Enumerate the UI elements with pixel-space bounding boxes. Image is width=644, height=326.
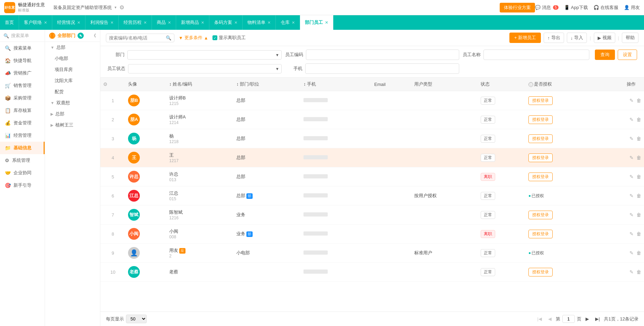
close-tab-icon[interactable]: ✕ (267, 20, 271, 25)
import-button[interactable]: ↓ 导入 (567, 33, 587, 43)
more-filter-button[interactable]: ▼ 更多条件 ▲ (179, 35, 208, 41)
auth-login-button[interactable]: 授权登录 (528, 230, 553, 238)
dept-item[interactable]: ▶植树王三 (45, 120, 100, 131)
dropdown-arrow-icon[interactable]: ▾ (115, 5, 117, 10)
nav-tab-条码方案[interactable]: 条码方案✕ (209, 15, 243, 30)
sidebar-item-enterprise[interactable]: 🤝企业协同 (0, 167, 45, 179)
col-gear[interactable]: ⚙ (100, 78, 125, 91)
empcode-input[interactable] (306, 50, 460, 60)
edit-icon[interactable]: ✎ (629, 155, 634, 160)
close-tab-icon[interactable]: ✕ (44, 20, 47, 25)
sidebar-item-search-menu[interactable]: 🔍搜索菜单 (0, 42, 45, 54)
sidebar-item-sales[interactable]: 🛒销售管理 (0, 79, 45, 92)
nav-tab-利润报告[interactable]: 利润报告✕ (85, 15, 119, 30)
auth-login-button[interactable]: 授权登录 (528, 268, 553, 276)
edit-icon[interactable]: ✎ (629, 193, 634, 199)
video-button[interactable]: ▶ 视频 (594, 33, 615, 43)
prev-page-btn[interactable]: ◀ (546, 316, 554, 322)
close-tab-icon[interactable]: ✕ (144, 20, 147, 25)
close-tab-icon[interactable]: ✕ (110, 20, 114, 25)
sidebar-item-operation[interactable]: 📊经营管理 (0, 129, 45, 142)
app-download-button[interactable]: 📱 App下载 (564, 5, 588, 11)
close-tab-icon[interactable]: ✕ (325, 20, 328, 25)
edit-icon[interactable]: ✎ (629, 250, 634, 256)
sidebar-search[interactable]: 🔍搜索菜单 (0, 30, 45, 42)
edit-icon[interactable]: ✎ (629, 212, 634, 218)
sidebar-item-quick-nav[interactable]: 🏠快捷导航 (0, 54, 45, 67)
close-tab-icon[interactable]: ✕ (234, 20, 237, 25)
close-tab-icon[interactable]: ✕ (168, 20, 171, 25)
delete-icon[interactable]: 🗑 (636, 136, 641, 141)
per-page-select[interactable]: 50 100 200 (126, 315, 147, 323)
auth-login-button[interactable]: 授权登录 (528, 173, 553, 181)
search-input[interactable] (109, 35, 164, 41)
delete-icon[interactable]: 🗑 (636, 212, 641, 218)
nav-tab-部门员工[interactable]: 部门员工✕ (300, 15, 333, 30)
nav-tab-商品[interactable]: 商品✕ (152, 15, 176, 30)
auth-login-button[interactable]: 授权登录 (528, 96, 553, 105)
dept-item[interactable]: 沈阳大库 (45, 75, 100, 86)
sidebar-item-system[interactable]: ⚙系统管理 (0, 154, 45, 167)
edit-icon[interactable]: ✎ (629, 231, 634, 237)
sidebar-item-marketing[interactable]: 📣营销推广 (0, 67, 45, 79)
close-tab-icon[interactable]: ✕ (77, 20, 80, 25)
nav-tab-首页[interactable]: 首页 (0, 15, 19, 30)
dept-item[interactable]: ▼总部 (45, 42, 100, 53)
dept-item[interactable]: ▼双鹿想 (45, 97, 100, 108)
edit-icon[interactable]: ✎ (629, 174, 634, 179)
edit-icon[interactable]: ✎ (629, 98, 634, 103)
last-page-btn[interactable]: ▶| (593, 316, 602, 322)
sidebar-item-basic-info[interactable]: 📁基础信息 (0, 142, 45, 154)
delete-icon[interactable]: 🗑 (636, 231, 641, 237)
show-resigned-toggle[interactable]: ✓ 显示离职员工 (212, 35, 246, 41)
sidebar-item-inventory[interactable]: 📋库存核算 (0, 104, 45, 117)
nav-tab-经营历程[interactable]: 经营历程✕ (119, 15, 152, 30)
auth-login-button[interactable]: 授权登录 (528, 153, 553, 162)
close-tab-icon[interactable]: ✕ (292, 20, 295, 25)
next-page-btn[interactable]: ▶ (583, 316, 591, 322)
export-button[interactable]: ↑ 导出 (544, 33, 564, 43)
auth-login-button[interactable]: 授权登录 (528, 134, 553, 143)
first-page-btn[interactable]: |◀ (535, 316, 544, 322)
add-employee-button[interactable]: + 新增员工 (509, 33, 541, 43)
delete-icon[interactable]: 🗑 (636, 117, 641, 122)
close-tab-icon[interactable]: ✕ (201, 20, 204, 25)
delete-icon[interactable]: 🗑 (636, 250, 641, 256)
auth-login-button[interactable]: 授权登录 (528, 115, 553, 124)
empname-input[interactable] (483, 50, 589, 60)
set-button[interactable]: 设置 (618, 50, 637, 60)
nav-tab-客户联络[interactable]: 客户联络✕ (19, 15, 52, 30)
query-button[interactable]: 查询 (595, 50, 615, 60)
sidebar-item-purchase[interactable]: 📦采购管理 (0, 92, 45, 104)
edit-icon[interactable]: ✎ (629, 269, 634, 275)
nav-tab-仓库[interactable]: 仓库✕ (276, 15, 300, 30)
delete-icon[interactable]: 🗑 (636, 174, 641, 179)
sidebar-item-guide[interactable]: 🎯新手引导 (0, 179, 45, 192)
delete-icon[interactable]: 🗑 (636, 155, 641, 160)
gear-button[interactable]: ⚙ (119, 4, 124, 11)
collapse-dept-icon[interactable]: 《 (92, 33, 96, 39)
nav-tab-新增商品[interactable]: 新增商品✕ (176, 15, 209, 30)
online-service-button[interactable]: 🎧 在线客服 (593, 5, 618, 11)
delete-icon[interactable]: 🗑 (636, 193, 641, 199)
delete-icon[interactable]: 🗑 (636, 269, 641, 275)
edit-dept-icon[interactable]: ✎ (78, 33, 84, 39)
empstatus-select[interactable]: ▾ (128, 64, 282, 73)
sidebar-item-finance[interactable]: 💰资金管理 (0, 117, 45, 129)
page-input[interactable] (562, 315, 575, 323)
col-name-code[interactable]: ↕ 姓名/编码 (166, 78, 234, 91)
dept-item[interactable]: 配货 (45, 86, 100, 97)
dept-item[interactable]: 小电部 (45, 53, 100, 64)
search-icon[interactable]: 🔍 (166, 35, 171, 41)
dept-item[interactable]: ▶总部 (45, 108, 100, 120)
edit-icon[interactable]: ✎ (629, 136, 634, 141)
edit-icon[interactable]: ✎ (629, 117, 634, 122)
help-button[interactable]: 帮助 (622, 33, 638, 43)
dept-select[interactable]: ▾ (127, 50, 282, 60)
auth-login-button[interactable]: 授权登录 (528, 211, 553, 219)
col-phone[interactable]: ↕ 手机 (301, 78, 371, 91)
col-dept[interactable]: ↕ 部门/职位 (234, 78, 301, 91)
nav-tab-经营情况[interactable]: 经营情况✕ (52, 15, 85, 30)
nav-tab-物料清单[interactable]: 物料清单✕ (243, 15, 276, 30)
trial-button[interactable]: 体验行业方案 (500, 3, 535, 12)
